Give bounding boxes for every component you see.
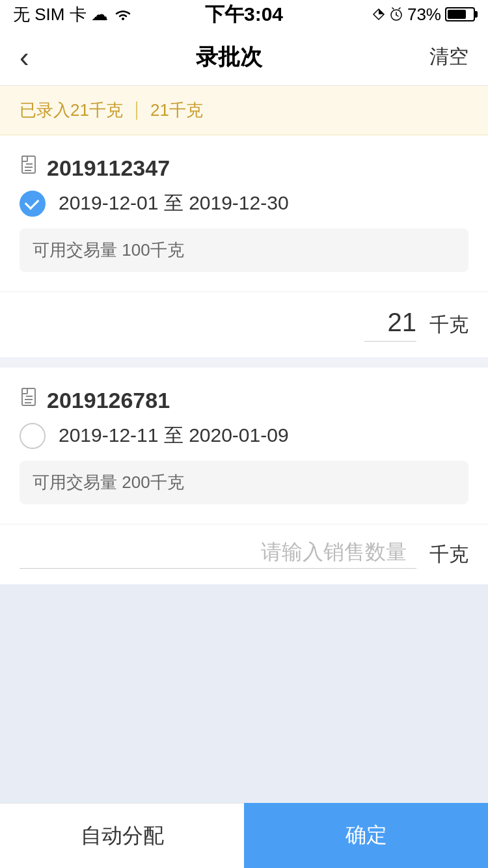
bottom-bar: 自动分配 确定 [0,803,488,868]
status-bar: 无 SIM 卡 ☁ 下午3:04 73% [0,0,488,29]
batch-2-id: 2019126781 [47,388,170,413]
confirm-button[interactable]: 确定 [244,803,488,868]
empty-area [0,584,488,832]
nav-bar: ‹ 录批次 清空 [0,29,488,86]
status-left: 无 SIM 卡 ☁ [13,3,133,26]
battery-icon [445,7,475,21]
batch-1-available: 可用交易量 100千克 [20,228,468,272]
batch-1-qty-number: 21 [388,308,417,336]
sim-label: 无 SIM 卡 ☁ [13,3,108,26]
status-right: 73% [372,5,475,25]
batch-1-qty-value: 21 [364,308,416,342]
batch-2-date: 2019-12-11 至 2020-01-09 [59,422,289,449]
batch-2-unit: 千克 [429,541,468,568]
batch-1-id: 2019112347 [47,156,170,181]
batch-2-icon [20,387,40,413]
auto-distribute-button[interactable]: 自动分配 [0,803,244,868]
document-icon-2 [20,387,40,408]
back-button[interactable]: ‹ [20,41,29,74]
svg-point-0 [122,18,124,20]
batch-1-qty-unit: 千克 [429,312,468,338]
batch-2-input-row: 千克 [0,524,488,584]
svg-line-5 [396,15,398,16]
batch-1-date: 2019-12-01 至 2019-12-30 [59,190,289,217]
section-divider-1 [0,357,488,368]
batch-1-qty-row: 21 千克 [0,292,488,357]
page-title: 录批次 [196,42,262,72]
wifi-icon [113,7,133,21]
batch-1-icon [20,155,40,181]
batch-1-date-row[interactable]: 2019-12-01 至 2019-12-30 [20,190,468,217]
recorded-label: 已录入21千克 [20,99,123,122]
location-icon [372,8,385,21]
batch-2-card: 2019126781 2019-12-11 至 2020-01-09 可用交易量… [0,368,488,524]
batch-2-header: 2019126781 [20,387,468,413]
status-time: 下午3:04 [205,1,283,28]
clear-button[interactable]: 清空 [429,44,468,70]
svg-line-7 [399,8,400,9]
svg-line-6 [392,8,394,9]
batch-2-date-row[interactable]: 2019-12-11 至 2020-01-09 [20,422,468,449]
batch-2-qty-input[interactable] [20,540,416,569]
alarm-icon [389,7,403,21]
info-divider [136,102,137,120]
battery-percent: 73% [407,5,441,25]
info-banner: 已录入21千克 21千克 [0,86,488,135]
batch-1-radio[interactable] [20,191,46,217]
document-icon [20,155,40,176]
batch-2-radio[interactable] [20,423,46,449]
total-label: 21千克 [150,99,203,122]
batch-1-card: 2019112347 2019-12-01 至 2019-12-30 可用交易量… [0,135,488,292]
batch-1-header: 2019112347 [20,155,468,181]
batch-2-available: 可用交易量 200千克 [20,461,468,504]
